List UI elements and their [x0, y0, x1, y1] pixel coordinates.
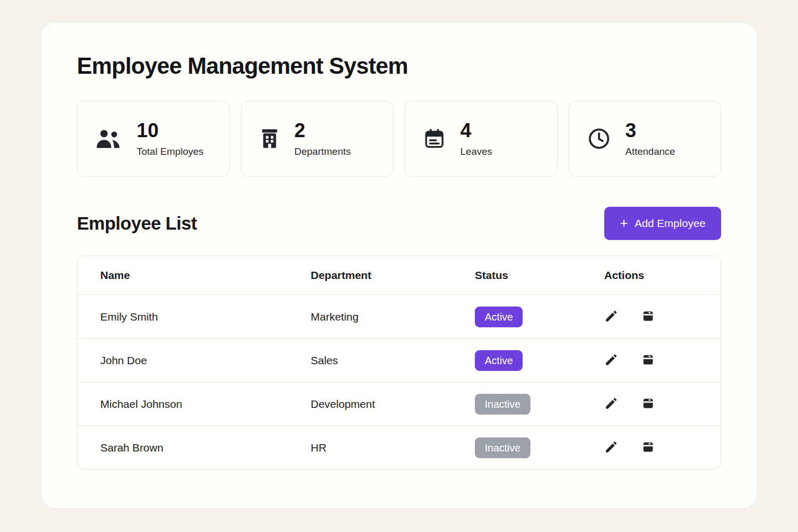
edit-button[interactable] — [604, 396, 618, 412]
employee-department: Sales — [288, 354, 452, 367]
delete-icon — [641, 309, 655, 325]
page-title: Employee Management System — [77, 53, 721, 79]
column-header-status: Status — [452, 269, 581, 282]
stat-label: Attendance — [626, 146, 675, 157]
delete-button[interactable] — [641, 440, 655, 456]
column-header-actions: Actions — [581, 269, 721, 282]
stat-card-leaves: 4 Leaves — [405, 101, 557, 177]
edit-button[interactable] — [604, 440, 618, 456]
employee-list-title: Employee List — [77, 213, 197, 234]
pencil-icon — [604, 396, 618, 412]
column-header-department: Department — [288, 269, 452, 282]
users-icon — [95, 128, 122, 150]
plus-icon: + — [620, 216, 628, 230]
building-icon — [259, 127, 280, 151]
edit-button[interactable] — [604, 353, 618, 368]
status-badge: Active — [475, 350, 523, 371]
table-row: John Doe Sales Active — [77, 338, 721, 382]
stat-label: Leaves — [460, 146, 492, 157]
stat-value: 4 — [460, 120, 492, 142]
table-row: Michael Johnson Development Inactive — [77, 382, 721, 425]
stat-label: Departments — [295, 146, 351, 157]
stat-card-attendance: 3 Attendance — [569, 101, 722, 177]
status-badge: Active — [475, 307, 523, 327]
delete-icon — [641, 440, 655, 456]
delete-icon — [641, 353, 655, 368]
stat-card-total-employees: 10 Total Employes — [77, 101, 230, 177]
employee-name: Emily Smith — [77, 311, 288, 323]
delete-button[interactable] — [641, 353, 655, 368]
employee-name: Sarah Brown — [77, 442, 288, 454]
stat-value: 2 — [295, 120, 351, 142]
add-employee-label: Add Employee — [634, 217, 706, 230]
employee-department: Development — [288, 398, 452, 410]
pencil-icon — [604, 309, 618, 325]
status-badge: Inactive — [475, 437, 530, 458]
main-panel: Employee Management System 10 Total Empl… — [42, 23, 756, 508]
employee-table: Name Department Status Actions Emily Smi… — [77, 256, 721, 470]
delete-icon — [641, 396, 655, 412]
stats-row: 10 Total Employes 2 Departments — [77, 101, 721, 177]
table-row: Sarah Brown HR Inactive — [77, 425, 721, 469]
delete-button[interactable] — [641, 309, 655, 325]
employee-name: Michael Johnson — [77, 398, 288, 410]
calendar-icon — [423, 127, 446, 150]
employee-name: John Doe — [77, 354, 288, 367]
column-header-name: Name — [77, 269, 288, 282]
pencil-icon — [604, 353, 618, 368]
employee-department: HR — [288, 442, 452, 454]
table-row: Emily Smith Marketing Active — [77, 295, 721, 338]
delete-button[interactable] — [641, 396, 655, 412]
employee-department: Marketing — [288, 311, 452, 323]
stat-value: 10 — [137, 120, 204, 142]
stat-value: 3 — [626, 120, 675, 142]
pencil-icon — [604, 440, 618, 456]
status-badge: Inactive — [475, 394, 530, 415]
stat-label: Total Employes — [137, 146, 204, 157]
stat-card-departments: 2 Departments — [241, 101, 394, 177]
employee-list-header: Employee List + Add Employee — [77, 207, 721, 240]
edit-button[interactable] — [604, 309, 618, 325]
clock-icon — [587, 127, 611, 151]
table-header-row: Name Department Status Actions — [77, 256, 721, 295]
add-employee-button[interactable]: + Add Employee — [604, 207, 721, 240]
